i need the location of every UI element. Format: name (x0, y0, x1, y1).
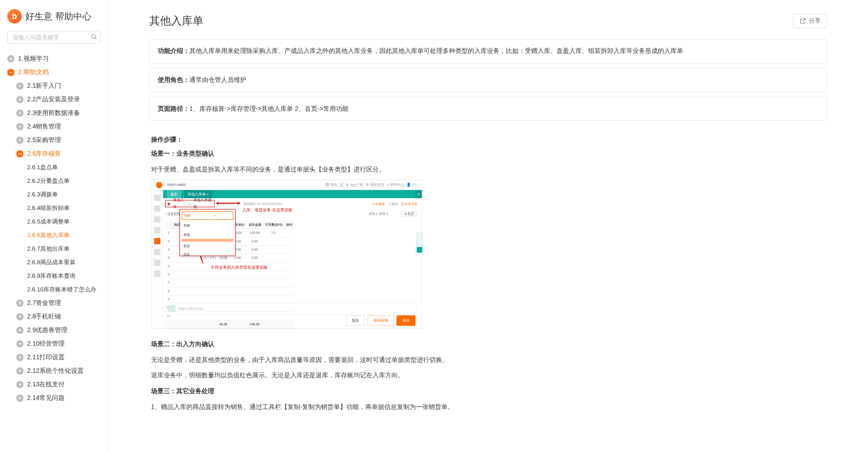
plus-icon: + (16, 313, 24, 320)
logo-text: 好生意 帮助中心 (25, 10, 91, 23)
minus-icon: − (16, 150, 24, 157)
ss-body: ◉其他入库 ○其他入库退库 2019-12-26 📅 单据编号 JC-20191… (163, 198, 422, 328)
ss-topbar: TEST-H002 ☰ 消息 🛒 ⬇ App下载 ⚙ 系统管理 ⊙ 帮助中心 👤… (151, 180, 422, 190)
nav-item-label: 2.6.6其他入库单 (27, 231, 70, 239)
ss-sidebar (151, 190, 163, 328)
nav-item-label: 2.4销售管理 (27, 123, 61, 131)
nav-item-label: 2.3使用前数据准备 (27, 109, 80, 117)
page-title: 其他入库单 (149, 14, 203, 28)
nav-item[interactable]: +2.11打印设置 (7, 351, 101, 364)
nav-item-label: 2.10经营管理 (27, 340, 65, 348)
nav-item-label: 2.6库存核算 (27, 150, 61, 158)
plus-icon: + (16, 96, 24, 103)
nav-item[interactable]: 2.6.9库存账本查询 (7, 269, 101, 283)
scene1-text: 对于受赠、盘盈或是拆装入库等不同的业务，是通过单据头【业务类型】进行区分。 (151, 163, 826, 176)
plus-icon: + (16, 327, 24, 334)
nav-item[interactable]: 2.6.10库存账本错了怎么办 (7, 283, 101, 296)
nav-item[interactable]: +2.4销售管理 (7, 120, 101, 133)
nav-item-label: 2.12系统个性化设置 (27, 367, 84, 375)
plus-icon: + (16, 395, 24, 402)
minus-icon: − (7, 69, 14, 76)
share-icon (800, 18, 806, 24)
plus-icon: + (16, 340, 24, 347)
svg-point-0 (92, 34, 95, 38)
nav-item[interactable]: 2.6.6其他入库单 (7, 228, 101, 242)
plus-icon: + (16, 354, 24, 361)
nav-item-label: 2.2产品安装及登录 (27, 95, 80, 104)
nav-item-label: 2.帮助文档 (18, 68, 49, 76)
nav-item-label: 2.7资金管理 (27, 299, 61, 307)
nav-item[interactable]: +1.视频学习 (7, 52, 101, 66)
scene2-text2: 退库业务中，明细数量均以负值红色展示。无论是入库还是退库，库存账均记在入库方向。 (151, 369, 826, 381)
nav-list: +1.视频学习−2.帮助文档+2.1新手入门+2.2产品安装及登录+2.3使用前… (7, 52, 101, 405)
nav-item[interactable]: +2.10经营管理 (7, 337, 101, 351)
ss-close-icon: × (415, 190, 422, 198)
sidebar: b 好生意 帮助中心 +1.视频学习−2.帮助文档+2.1新手入门+2.2产品安… (0, 0, 108, 452)
nav-item[interactable]: 2.6.2分量盘点单 (7, 174, 101, 188)
nav-item[interactable]: 2.6.3调拨单 (7, 188, 101, 201)
nav-item-label: 2.6.9库存账本查询 (27, 272, 75, 280)
nav-item[interactable]: +2.2产品安装及登录 (7, 93, 101, 106)
ss-discard-button: 放弃 (346, 315, 365, 326)
nav-item-label: 2.8手机旺铺 (27, 313, 61, 321)
ss-save-new-button: 保存新增 (368, 315, 394, 326)
nav-item[interactable]: +2.1新手入门 (7, 79, 101, 93)
nav-item-label: 2.6.3调拨单 (27, 190, 58, 199)
plus-icon: + (16, 300, 24, 307)
nav-item[interactable]: 2.6.4组装拆卸单 (7, 201, 101, 215)
nav-item[interactable]: +2.13在线支付 (7, 378, 101, 391)
nav-item-label: 2.6.8商品成本重算 (27, 258, 75, 266)
logo-icon: b (7, 9, 22, 24)
share-label: 分享 (809, 17, 821, 25)
plus-icon: + (16, 109, 24, 117)
info-path: 页面路径：1、库存核算->库存管理->其他入库单 2、首页->常用功能 (149, 97, 827, 121)
plus-icon: + (16, 367, 24, 375)
info-intro: 功能介绍：其他入库单用来处理除采购入库、产成品入库之外的其他入库业务，因此其他入… (149, 39, 827, 63)
plus-icon: + (16, 82, 24, 90)
nav-item-label: 2.14常见问题 (27, 394, 65, 402)
search-box (7, 31, 101, 44)
plus-icon: + (7, 55, 14, 62)
nav-item[interactable]: 2.6.8商品成本重算 (7, 256, 101, 269)
svg-line-1 (95, 38, 97, 39)
nav-item[interactable]: +2.12系统个性化设置 (7, 364, 101, 378)
ss-logo-icon (156, 182, 162, 188)
plus-icon: + (16, 123, 24, 130)
nav-item[interactable]: −2.6库存核算 (7, 147, 101, 161)
embedded-screenshot: TEST-H002 ☰ 消息 🛒 ⬇ App下载 ⚙ 系统管理 ⊙ 帮助中心 👤… (151, 180, 422, 329)
nav-item[interactable]: +2.9优惠券管理 (7, 324, 101, 337)
nav-item[interactable]: 2.6.1盘点单 (7, 161, 101, 174)
share-button[interactable]: 分享 (793, 14, 827, 28)
nav-item[interactable]: +2.14常见问题 (7, 391, 101, 405)
nav-item-label: 2.13在线支付 (27, 381, 65, 389)
search-input[interactable] (7, 31, 101, 44)
nav-item[interactable]: 2.6.7其他出库单 (7, 242, 101, 256)
main: 其他入库单 分享 功能介绍：其他入库单用来处理除采购入库、产成品入库之外的其他入… (108, 0, 868, 452)
nav-item-label: 2.6.4组装拆卸单 (27, 204, 70, 212)
nav-item-label: 2.5采购管理 (27, 136, 61, 144)
nav-item-label: 2.6.5成本调整单 (27, 218, 70, 226)
info-role: 使用角色：通常由仓管人员维护 (149, 68, 827, 92)
nav-item-label: 2.6.10库存账本错了怎么办 (27, 285, 96, 294)
logo-row: b 好生意 帮助中心 (7, 9, 101, 24)
plus-icon: + (16, 381, 24, 388)
nav-item[interactable]: +2.5采购管理 (7, 133, 101, 147)
ss-dropdown: 受赠 × 受赠其他 盘盈拆装 (179, 209, 236, 256)
plus-icon: + (16, 137, 24, 144)
nav-item-label: 2.6.7其他出库单 (27, 245, 70, 253)
content-body: 操作步骤： 场景一：业务类型确认 对于受赠、盘盈或是拆装入库等不同的业务，是通过… (149, 125, 827, 421)
nav-item[interactable]: +2.7资金管理 (7, 296, 101, 310)
nav-item-label: 2.6.2分量盘点单 (27, 177, 70, 185)
search-icon[interactable] (91, 33, 97, 41)
nav-item-label: 2.9优惠券管理 (27, 326, 67, 334)
nav-item[interactable]: +2.3使用前数据准备 (7, 106, 101, 120)
page-header: 其他入库单 分享 (149, 14, 827, 28)
nav-item[interactable]: +2.8手机旺铺 (7, 310, 101, 324)
ss-save-button: 保存 (396, 315, 415, 326)
scene3-text: 1、赠品入库的商品直接转为销售。通过工具栏【复制-复制为销货单】功能，将单据信息… (151, 401, 826, 413)
nav-item[interactable]: 2.6.5成本调整单 (7, 215, 101, 228)
nav-item-label: 2.1新手入门 (27, 82, 61, 90)
nav-item[interactable]: −2.帮助文档 (7, 66, 101, 79)
nav-item-label: 1.视频学习 (18, 55, 49, 63)
scene2-text1: 无论是受赠，还是其他类型的业务，由于入库商品质量等原因，需要退回，这时可通过单据… (151, 354, 826, 366)
